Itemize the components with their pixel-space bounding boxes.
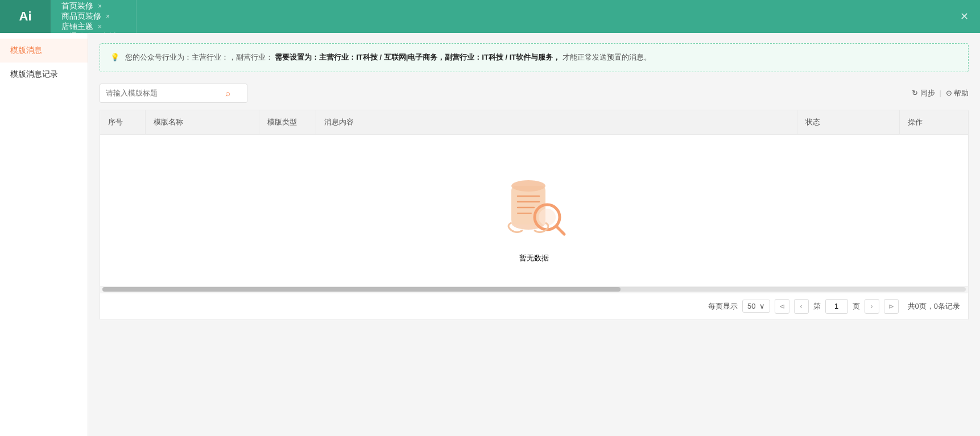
sync-icon: ↻ xyxy=(912,89,918,97)
nav-tabs-container: 首页微商城店铺设置×商品分类设置×首页装修×商品页装修×店铺主题×开通公众号商城… xyxy=(51,0,137,33)
per-page-select[interactable]: 50 ∨ xyxy=(742,300,770,313)
sync-button[interactable]: ↻ 同步 xyxy=(912,88,935,98)
sync-label: 同步 xyxy=(920,88,935,98)
search-icon[interactable]: ⌕ xyxy=(225,88,230,98)
tab-close-icon[interactable]: × xyxy=(98,2,102,10)
sidebar-item-template-history[interactable]: 模版消息记录 xyxy=(0,63,88,86)
scroll-thumb[interactable] xyxy=(102,287,621,292)
top-nav: Ai 首页微商城店铺设置×商品分类设置×首页装修×商品页装修×店铺主题×开通公众… xyxy=(0,0,980,33)
horizontal-scrollbar[interactable] xyxy=(100,286,968,293)
scroll-track[interactable] xyxy=(102,287,966,292)
logo: Ai xyxy=(0,0,51,33)
page-input[interactable] xyxy=(825,299,848,314)
col-type: 模版类型 xyxy=(259,110,316,134)
notice-box: 💡 您的公众号行业为：主营行业：，副营行业： 需要设置为：主营行业：IT科技 /… xyxy=(100,43,969,72)
nav-tab-label: 店铺主题 xyxy=(61,22,93,32)
notice-suffix: 才能正常发送预置的消息。 xyxy=(563,53,651,61)
close-all-tabs-button[interactable]: ✕ xyxy=(949,10,980,23)
nav-tab-home-decor[interactable]: 首页装修× xyxy=(51,1,137,11)
page-di-label: 第 xyxy=(813,301,821,312)
empty-state: 暂无数据 xyxy=(100,135,968,286)
first-page-button[interactable]: ⊲ xyxy=(775,299,789,314)
tab-close-icon[interactable]: × xyxy=(106,13,110,20)
last-page-button[interactable]: ⊳ xyxy=(884,299,899,314)
svg-line-9 xyxy=(556,226,564,234)
nav-tab-label: 首页装修 xyxy=(61,1,93,11)
help-icon: ⊙ xyxy=(946,89,952,97)
content-area: 💡 您的公众号行业为：主营行业：，副营行业： 需要设置为：主营行业：IT科技 /… xyxy=(88,33,980,436)
search-input[interactable] xyxy=(106,89,225,97)
search-wrap[interactable]: ⌕ xyxy=(100,84,247,103)
empty-illustration xyxy=(497,169,571,243)
per-page-label: 每页显示 xyxy=(708,301,738,312)
help-button[interactable]: ⊙ 帮助 xyxy=(946,88,969,98)
col-status: 状态 xyxy=(797,110,900,134)
tab-close-icon[interactable]: × xyxy=(98,23,102,31)
nav-tab-label: 开通公众号商城 xyxy=(61,32,117,33)
nav-tab-label: 商品页装修 xyxy=(61,11,101,22)
page-label: 页 xyxy=(853,301,860,312)
help-label: 帮助 xyxy=(954,88,969,98)
total-text: 共0页，0条记录 xyxy=(908,301,960,312)
notice-highlight: 需要设置为：主营行业：IT科技 / 互联网|电子商务，副营行业：IT科技 / I… xyxy=(275,53,560,61)
pagination: 每页显示 50 ∨ ⊲ ‹ 第 页 › ⊳ 共0页，0条记录 xyxy=(100,293,968,319)
divider: | xyxy=(940,89,941,97)
sidebar: 模版消息模版消息记录 xyxy=(0,33,88,436)
col-seq: 序号 xyxy=(100,110,146,134)
prev-page-button[interactable]: ‹ xyxy=(794,299,809,314)
col-name: 模版名称 xyxy=(146,110,259,134)
main-layout: 模版消息模版消息记录 💡 您的公众号行业为：主营行业：，副营行业： 需要设置为：… xyxy=(0,33,980,436)
chevron-down-icon: ∨ xyxy=(759,302,765,310)
toolbar: ⌕ ↻ 同步 | ⊙ 帮助 xyxy=(100,84,969,103)
col-action: 操作 xyxy=(900,110,968,134)
sidebar-items: 模版消息模版消息记录 xyxy=(0,39,88,86)
notice-icon: 💡 xyxy=(110,53,119,61)
sidebar-item-template-msg[interactable]: 模版消息 xyxy=(0,39,88,63)
notice-prefix: 您的公众号行业为：主营行业：，副营行业： xyxy=(125,53,273,61)
toolbar-right: ↻ 同步 | ⊙ 帮助 xyxy=(912,88,969,98)
empty-text: 暂无数据 xyxy=(519,253,549,263)
next-page-button[interactable]: › xyxy=(865,299,879,314)
nav-tab-open-mall[interactable]: 开通公众号商城× xyxy=(51,32,137,33)
per-page-value: 50 xyxy=(747,302,755,310)
col-content: 消息内容 xyxy=(316,110,797,134)
table-header: 序号 模版名称 模版类型 消息内容 状态 操作 xyxy=(100,110,968,135)
empty-svg xyxy=(497,169,571,243)
nav-tab-theme[interactable]: 店铺主题× xyxy=(51,22,137,32)
data-table: 序号 模版名称 模版类型 消息内容 状态 操作 xyxy=(100,110,969,320)
svg-point-2 xyxy=(511,180,545,192)
nav-tab-product-decor[interactable]: 商品页装修× xyxy=(51,11,137,22)
